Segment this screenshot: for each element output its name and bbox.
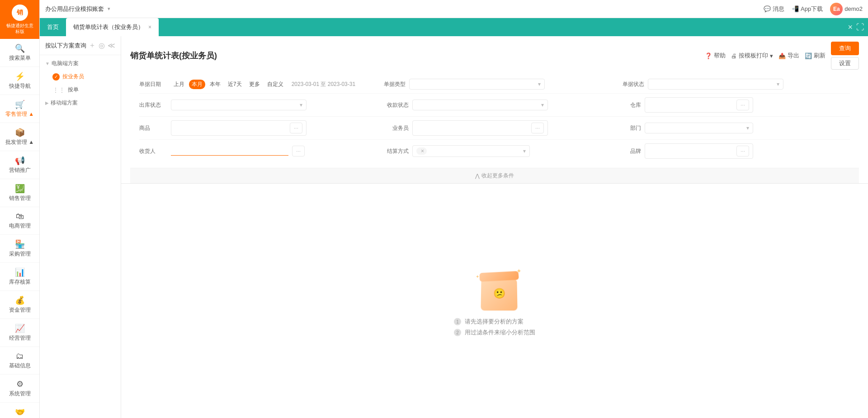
- date-tab-7days[interactable]: 近7天: [225, 80, 245, 89]
- receiver-input[interactable]: [171, 147, 288, 156]
- sidebar-logo[interactable]: 销 畅捷通好生意标版: [0, 0, 40, 39]
- scheme-section: ▼ 电脑端方案 ✓ 按业务员 ⋮⋮ 按单 ▶ 移动端方案: [40, 55, 121, 111]
- date-range-text: 2023-03-01 至 2023-03-31: [292, 81, 355, 88]
- collapse-label: 收起更多条件: [481, 172, 514, 180]
- out-status-select[interactable]: ▾: [171, 100, 307, 110]
- topbar-right: 💬 消息 📲 App下载 Ea demo2: [764, 3, 863, 15]
- topbar: 办公用品行业模拟账套 ▾ 💬 消息 📲 App下载 Ea demo2: [40, 0, 868, 18]
- logo-icon: 销: [12, 5, 28, 21]
- tip-num-1: 1: [454, 318, 461, 325]
- scheme-order-icon: ⋮⋮: [52, 86, 65, 94]
- date-label: 单据日期: [139, 81, 171, 88]
- dept-select[interactable]: ▾: [645, 123, 753, 133]
- filter-row-1: 单据日期 上月 本月 本年 近7天 更多 自定义 2023-03-01 至 20…: [139, 75, 850, 94]
- doc-type-select[interactable]: ▾: [409, 79, 545, 90]
- avatar: Ea: [830, 3, 843, 15]
- sidebar-item-sales[interactable]: 💹 销售管理: [0, 179, 39, 207]
- export-button[interactable]: 📤 导出: [778, 52, 799, 60]
- user-profile[interactable]: Ea demo2: [830, 3, 863, 15]
- scheme-group-pc[interactable]: ▼ 电脑端方案: [40, 57, 121, 70]
- salesperson-select[interactable]: ···: [412, 120, 548, 136]
- collapse-button[interactable]: ⋀ 收起更多条件: [475, 172, 514, 180]
- breadcrumb-dropdown-icon[interactable]: ▾: [108, 6, 110, 12]
- empty-tips: 1 请先选择要分析的方案 2 用过滤条件来缩小分析范围: [454, 318, 535, 337]
- query-button[interactable]: 查询: [831, 42, 859, 55]
- basic-icon: 🗂: [2, 352, 38, 361]
- app-label: App下载: [801, 5, 823, 13]
- receipt-status-label: 收款状态: [376, 101, 412, 109]
- salesperson-dots[interactable]: ···: [531, 123, 544, 133]
- sidebar-item-ecommerce[interactable]: 🛍 电商管理: [0, 207, 39, 235]
- tab-close-icon[interactable]: ×: [148, 24, 151, 30]
- product-select[interactable]: ···: [171, 120, 307, 136]
- filter-row-3: 商品 ··· 业务员 ···: [139, 117, 850, 140]
- payment-method-control: × ▾: [412, 145, 618, 157]
- refresh-button[interactable]: 🔄 刷新: [805, 52, 826, 60]
- collapse-scheme-icon[interactable]: ≪: [108, 41, 115, 50]
- sidebar-item-search[interactable]: 🔍 搜索菜单: [0, 39, 39, 67]
- system-icon: ⚙: [2, 379, 38, 389]
- tip-num-2: 2: [454, 329, 461, 336]
- help-button[interactable]: ❓ 帮助: [705, 52, 726, 60]
- product-dots[interactable]: ···: [290, 123, 302, 133]
- receipt-status-chevron: ▾: [541, 102, 544, 108]
- scheme-item-by-order[interactable]: ⋮⋮ 按单: [40, 83, 121, 96]
- date-tab-lastmonth[interactable]: 上月: [171, 80, 187, 89]
- app-download-button[interactable]: 📲 App下载: [792, 5, 823, 13]
- payment-method-select[interactable]: × ▾: [412, 145, 530, 157]
- sidebar-item-basic[interactable]: 🗂 基础信息: [0, 347, 39, 375]
- sidebar-item-enterprise[interactable]: 🤝 企业协同: [0, 403, 39, 418]
- receiver-dots[interactable]: ···: [292, 146, 305, 157]
- page-title: 销货单统计表(按业务员): [130, 50, 217, 61]
- sidebar-item-finance[interactable]: 💰 资金管理: [0, 291, 39, 319]
- warehouse-select[interactable]: ···: [645, 97, 753, 113]
- sidebar-item-retail[interactable]: 🛒 零售管理 ▲: [0, 95, 39, 123]
- sidebar-item-nav[interactable]: ⚡ 快捷导航: [0, 67, 39, 95]
- brand-label: 品牌: [618, 147, 645, 155]
- payment-method-tag[interactable]: ×: [416, 147, 427, 155]
- date-tab-thismonth[interactable]: 本月: [189, 80, 205, 89]
- tab-home[interactable]: 首页: [40, 18, 66, 36]
- date-tab-more[interactable]: 更多: [246, 80, 263, 89]
- out-status-control: ▾: [171, 100, 376, 110]
- sidebar-item-purchase[interactable]: 🏪 采购管理: [0, 235, 39, 263]
- dept-control: ▾: [645, 123, 850, 133]
- doc-status-chevron: ▾: [777, 81, 779, 87]
- out-status-label: 出库状态: [139, 101, 171, 109]
- sidebar-item-wholesale[interactable]: 📦 批发管理 ▲: [0, 123, 39, 151]
- msg-icon: 💬: [764, 5, 771, 12]
- brand-dots[interactable]: ···: [736, 146, 749, 157]
- date-tab-thisyear[interactable]: 本年: [207, 80, 223, 89]
- scheme-salesperson-label: 按业务员: [62, 73, 84, 81]
- filter-row-4: 收货人 ··· 结算方式: [139, 140, 850, 162]
- window-max-icon[interactable]: ⛶: [856, 23, 864, 32]
- collapse-row: ⋀ 收起更多条件: [130, 168, 859, 183]
- sidebar-item-system[interactable]: ⚙ 系统管理: [0, 375, 39, 403]
- receipt-status-select[interactable]: ▾: [412, 100, 548, 110]
- sidebar-item-marketing[interactable]: 📢 营销推广: [0, 151, 39, 179]
- scheme-group-mobile[interactable]: ▶ 移动端方案: [40, 96, 121, 109]
- sidebar-item-operations[interactable]: 📈 经营管理: [0, 319, 39, 347]
- sidebar-item-inventory[interactable]: 📊 库存核算: [0, 263, 39, 291]
- settings-scheme-icon[interactable]: ◎: [99, 41, 105, 50]
- tab-sales-stat[interactable]: 销货单统计表（按业务员） ×: [66, 18, 159, 36]
- warehouse-dots[interactable]: ···: [736, 100, 749, 110]
- window-close-icon[interactable]: ×: [848, 23, 853, 32]
- date-tab-custom[interactable]: 自定义: [264, 80, 286, 89]
- enterprise-icon: 🤝: [2, 407, 38, 417]
- brand-select[interactable]: ···: [645, 143, 753, 159]
- tabbar: 首页 销货单统计表（按业务员） × × ⛶: [40, 18, 868, 36]
- add-scheme-icon[interactable]: ＋: [89, 41, 96, 50]
- print-icon: 🖨: [731, 52, 737, 59]
- scheme-item-by-salesperson[interactable]: ✓ 按业务员: [40, 70, 121, 83]
- left-panel: 按以下方案查询 ＋ ◎ ≪ ▼ 电脑端方案 ✓ 按业务员 ⋮: [40, 36, 121, 418]
- print-button[interactable]: 🖨 按模板打印 ▾: [731, 52, 773, 60]
- doc-status-select[interactable]: ▾: [648, 79, 783, 90]
- msg-button[interactable]: 💬 消息: [764, 5, 784, 13]
- doc-type-control[interactable]: ▾: [409, 79, 611, 90]
- brand-control: ···: [645, 143, 850, 159]
- setting-button[interactable]: 设置: [831, 57, 859, 70]
- inventory-icon: 📊: [2, 267, 38, 277]
- page-header: 销货单统计表(按业务员) ❓ 帮助 🖨 按模板打印 ▾: [121, 36, 868, 184]
- payment-tag-close-icon[interactable]: ×: [421, 148, 424, 154]
